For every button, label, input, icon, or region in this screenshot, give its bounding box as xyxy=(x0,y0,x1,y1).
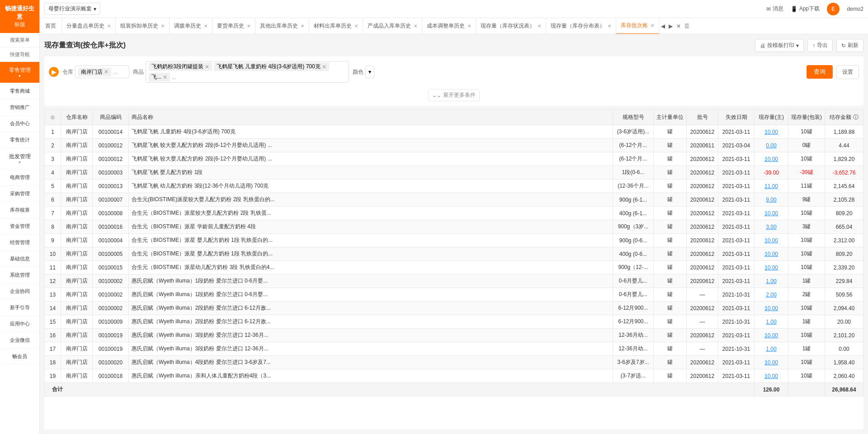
close-icon[interactable]: ✕ xyxy=(301,24,304,28)
warehouse-ellipsis[interactable]: ... xyxy=(113,69,118,75)
logo[interactable]: 畅捷通好生意 标版 xyxy=(0,0,39,33)
warehouse-tag-container[interactable]: 南岸门店 ✕ ... xyxy=(75,66,129,78)
row-stock[interactable]: 0.00 xyxy=(755,139,788,152)
tab-transfer-history[interactable]: 调拨单历史 ✕ xyxy=(170,18,212,34)
row-stock[interactable]: 10.00 xyxy=(755,329,788,342)
row-stock[interactable]: 10.00 xyxy=(755,247,788,261)
tab-stock-batch[interactable]: 库存批次账 ✕ xyxy=(616,18,659,34)
row-spec: 12-36月幼... xyxy=(613,342,654,356)
product-ellipsis[interactable]: ... xyxy=(172,74,176,80)
close-icon[interactable]: ✕ xyxy=(161,24,165,28)
table-row: 18 南岸门店 00100020 惠氏启赋（Wyeth illuma）4段奶粉 … xyxy=(45,356,863,369)
sidebar-item-shop[interactable]: 零售商城 xyxy=(0,83,39,99)
app-download-btn[interactable]: 📱 App下载 xyxy=(791,5,820,13)
sidebar-item-marketing[interactable]: 营销推广 xyxy=(0,99,39,116)
row-stock[interactable]: 10.00 xyxy=(755,234,788,247)
expand-more-btn[interactable]: ⌄⌄ 展开更多条件 xyxy=(428,89,480,101)
close-icon[interactable]: ✕ xyxy=(467,24,471,28)
product-tag-container[interactable]: 飞鹤奶粉3段闭罐提装 ✕ 飞鹤星飞帆 儿童奶粉 4段(3-6岁适用) 700克 … xyxy=(146,61,349,83)
tab-product-inbound[interactable]: 产成品入库单历史 ✕ xyxy=(363,18,422,34)
row-stock[interactable]: 10.00 xyxy=(755,207,788,220)
close-icon[interactable]: ✕ xyxy=(247,24,250,28)
tab-home[interactable]: 首页 xyxy=(40,18,62,34)
export-label: 导出 xyxy=(817,42,828,49)
sidebar-item-corp[interactable]: 企业协同 xyxy=(0,283,39,300)
sidebar-item-retail[interactable]: 零售管理 ▼ xyxy=(0,62,39,83)
close-icon[interactable]: ✕ xyxy=(608,24,611,28)
row-stock[interactable]: 10.00 xyxy=(755,356,788,369)
close-icon[interactable]: ✕ xyxy=(107,24,111,28)
account-dropdown[interactable]: 母婴行业演示账套 ▾ xyxy=(44,3,100,15)
sidebar-item-ecommerce[interactable]: 电商管理 xyxy=(0,170,39,186)
row-stock[interactable]: 10.00 xyxy=(755,125,788,139)
settings-icon[interactable]: ⚙ xyxy=(50,114,55,121)
tab-order-history[interactable]: 要货单历史 ✕ xyxy=(212,18,255,34)
th-name: 商品名称 xyxy=(129,110,613,125)
sidebar-item-member2[interactable]: 畅会员 xyxy=(0,349,39,365)
export-button[interactable]: ↑ 导出 xyxy=(807,39,833,52)
sidebar-item-member[interactable]: 会员中心 xyxy=(0,116,39,132)
sidebar-item-inventory[interactable]: 库存核算 xyxy=(0,202,39,218)
user-avatar[interactable]: E xyxy=(827,3,840,15)
close-icon[interactable]: ✕ xyxy=(414,24,417,28)
row-stock-pkg: 1罐 xyxy=(788,274,825,288)
message-btn[interactable]: ✉ 消息 xyxy=(766,5,783,13)
tab-menu[interactable]: ☰ xyxy=(683,23,691,29)
sidebar-item-wechat[interactable]: 企业微信 xyxy=(0,332,39,349)
close-icon[interactable]: ✕ xyxy=(651,23,654,28)
row-warehouse: 南岸门店 xyxy=(61,261,93,274)
row-expire: 2021-03-11 xyxy=(718,247,755,261)
tab-outbound-history[interactable]: 其他出库单历史 ✕ xyxy=(255,18,309,34)
row-stock[interactable]: 1.00 xyxy=(755,342,788,356)
row-stock[interactable]: 2.00 xyxy=(755,288,788,302)
sidebar-item-guide[interactable]: 新手引导 xyxy=(0,300,39,316)
tab-assembly-history[interactable]: 组装拆卸单历史 ✕ xyxy=(116,18,170,34)
sidebar-item-apps[interactable]: 应用中心 xyxy=(0,316,39,332)
close-icon[interactable]: ✕ xyxy=(538,24,541,28)
row-stock[interactable]: 1.00 xyxy=(755,315,788,329)
query-button[interactable]: 查询 xyxy=(807,65,833,79)
sidebar-item-purchase[interactable]: 采购管理 xyxy=(0,186,39,202)
tab-close-all[interactable]: ✕ xyxy=(675,23,683,29)
tab-nav-next[interactable]: ▶ xyxy=(667,23,675,29)
sidebar-item-finance[interactable]: 资金管理 xyxy=(0,218,39,235)
sidebar-item-stats[interactable]: 零售统计 xyxy=(0,132,39,148)
row-stock[interactable]: 11.00 xyxy=(755,179,788,193)
tab-material-history[interactable]: 材料出库单历史 ✕ xyxy=(309,18,363,34)
row-unit: 罐 xyxy=(654,247,687,261)
row-amount: 2,105.28 xyxy=(825,193,863,207)
row-stock[interactable]: 10.00 xyxy=(755,369,788,383)
settings-button[interactable]: 设置 xyxy=(836,65,859,79)
tab-stock-status[interactable]: 现存量（库存状况表） ✕ xyxy=(476,18,546,34)
row-stock[interactable]: 10.00 xyxy=(755,302,788,315)
sidebar-item-wholesale[interactable]: 批发管理 ▼ xyxy=(0,148,39,170)
row-amount: 229.84 xyxy=(825,274,863,288)
close-icon[interactable]: ✕ xyxy=(204,24,208,28)
remove-product-tag2[interactable]: ✕ xyxy=(322,64,326,70)
row-stock[interactable]: 10.00 xyxy=(755,152,788,166)
sidebar-item-base[interactable]: 基础信息 xyxy=(0,251,39,267)
search-menu[interactable]: 搜索菜单 xyxy=(0,33,39,47)
print-button[interactable]: 🖨 按模板打印 ▾ xyxy=(755,39,804,52)
tab-inventory-history[interactable]: 分量盘点单历史 ✕ xyxy=(62,18,116,34)
remove-warehouse-tag[interactable]: ✕ xyxy=(104,69,108,75)
expand-filter-button[interactable]: ▶ xyxy=(49,67,59,77)
row-num: 1 xyxy=(45,125,61,139)
quick-nav[interactable]: 快捷导航 xyxy=(0,47,39,62)
row-stock[interactable]: 3.00 xyxy=(755,220,788,234)
color-container[interactable]: ▾ xyxy=(365,66,374,78)
close-icon[interactable]: ✕ xyxy=(354,24,358,28)
refresh-button[interactable]: ↻ 刷新 xyxy=(836,39,863,52)
sidebar-item-business[interactable]: 经营管理 xyxy=(0,235,39,251)
tab-cost-adjust[interactable]: 成本调整单历史 ✕ xyxy=(422,18,476,34)
row-num: 8 xyxy=(45,220,61,234)
remove-product-tag3[interactable]: ✕ xyxy=(163,74,167,80)
row-stock[interactable]: 1.00 xyxy=(755,274,788,288)
row-expire: 2021-03-11 xyxy=(718,274,755,288)
row-stock[interactable]: 9.00 xyxy=(755,193,788,207)
tab-nav-prev[interactable]: ◀ xyxy=(659,23,667,29)
remove-product-tag1[interactable]: ✕ xyxy=(205,64,209,70)
row-stock[interactable]: 10.00 xyxy=(755,261,788,274)
sidebar-item-system[interactable]: 系统管理 xyxy=(0,267,39,283)
tab-stock-dist[interactable]: 现存量（库存分布表） ✕ xyxy=(546,18,616,34)
